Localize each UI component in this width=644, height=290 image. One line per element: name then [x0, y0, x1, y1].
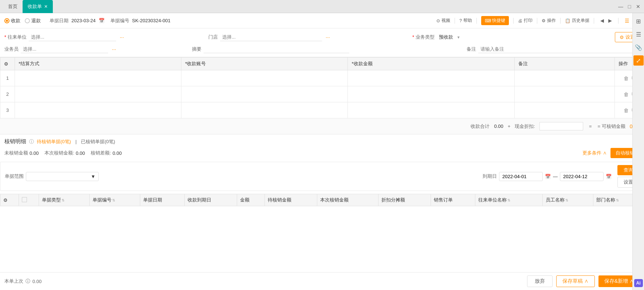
current-stat: 本次核销金额: 0.00 [44, 150, 85, 156]
discount-input[interactable] [539, 122, 583, 130]
th-settings[interactable]: ⚙ [0, 58, 15, 70]
page-info-value: 0.00 [32, 279, 42, 284]
store-input[interactable] [220, 33, 322, 41]
dept-sort-icon[interactable]: ⇅ [616, 198, 619, 202]
row-num-2: 2 [0, 86, 15, 102]
cal-to-icon[interactable]: 📅 [606, 174, 612, 179]
row-3-amount[interactable] [348, 102, 514, 118]
store-field: 门店 ··· [208, 33, 398, 41]
row-3-delete-icon[interactable]: 🗑 [624, 107, 629, 113]
divider-2 [476, 18, 477, 24]
tab-receipt[interactable]: 收款单 ✕ [23, 0, 53, 13]
next-button[interactable]: ▶ [606, 17, 614, 24]
minimize-button[interactable]: — [618, 4, 624, 9]
row-1-account[interactable] [181, 70, 348, 86]
settings-gear-icon: ⚙ [620, 35, 624, 40]
page-info-icon[interactable]: ⓘ [25, 278, 30, 285]
row-2-account[interactable] [181, 86, 348, 102]
date-range: 📅 — 📅 [499, 172, 612, 181]
prev-button[interactable]: ◀ [598, 17, 606, 24]
help-label: 帮助 [463, 17, 472, 24]
calendar-icon[interactable]: 📅 [99, 18, 105, 23]
summary-row: 收款合计 0.00 + 现金折扣: = = 可核销金额 0.00 [0, 118, 644, 134]
row-3-payment[interactable] [15, 102, 181, 118]
list-view-button[interactable]: ☰ [623, 17, 631, 25]
radio-group: 收款 退款 [4, 17, 41, 24]
range-field: 单据范围 ▼ [5, 172, 477, 181]
history-label: 历史单据 [572, 17, 589, 24]
more-conditions[interactable]: 更多条件 ∧ [582, 150, 607, 156]
help-action[interactable]: ? 帮助 [459, 17, 472, 24]
doc-type-sort-icon[interactable]: ⇅ [62, 198, 64, 202]
print-action[interactable]: 🖨 打印 [518, 17, 533, 24]
sidebar-table-icon[interactable]: ⊞ [633, 16, 644, 26]
summary-input[interactable] [204, 45, 349, 53]
pending-tab[interactable]: 待核销单据(0笔) [37, 138, 71, 145]
current-label: 本次核销金额: [44, 150, 74, 156]
summary-label: 摘要 [192, 46, 201, 52]
table-row: 2 🗑 ⧉ [0, 86, 644, 102]
select-all-checkbox[interactable] [22, 197, 27, 202]
cal-from-icon[interactable]: 📅 [545, 174, 551, 179]
summary-field: 摘要 [192, 45, 452, 53]
date-to-input[interactable] [560, 172, 604, 181]
row-1-payment[interactable] [15, 70, 181, 86]
doc-no-sort-icon[interactable]: ⇅ [112, 198, 115, 202]
sidebar-expand-icon[interactable]: ⤢ [633, 55, 644, 66]
notes-input[interactable] [478, 45, 640, 53]
divider-1 [455, 18, 455, 24]
row-1-amount[interactable] [348, 70, 514, 86]
counter-party-label: * 往来单位 [4, 34, 27, 40]
close-button[interactable]: ✕ [635, 4, 641, 9]
maximize-button[interactable]: □ [627, 4, 632, 9]
staff-sort-icon[interactable]: ⇅ [565, 198, 568, 202]
date-from-input[interactable] [499, 172, 543, 181]
diff-value: 0.00 [113, 150, 122, 156]
staff-more-icon[interactable]: ··· [110, 46, 118, 52]
row-2-amount[interactable] [348, 86, 514, 102]
radio-receipt[interactable]: 收款 [4, 17, 20, 24]
video-action[interactable]: ⊙ 视频 [436, 17, 450, 24]
save-draft-button[interactable]: 保存草稿 ∧ [556, 275, 595, 287]
history-action[interactable]: 📋 历史单据 [565, 17, 589, 24]
sidebar-clip-icon[interactable]: 📎 [633, 42, 644, 52]
row-2-delete-icon[interactable]: 🗑 [624, 91, 629, 97]
sidebar-list-icon[interactable]: ☰ [633, 29, 644, 39]
uncancelled-value: 0.00 [30, 150, 39, 156]
verify-section: 核销明细 ⓘ 待核销单据(0笔) | 已核销单据(0笔) 未核销金额 0.00 … [0, 134, 644, 162]
business-type-label: * 业务类型 [412, 34, 435, 40]
counter-party-more-icon[interactable]: ··· [118, 34, 126, 40]
staff-input[interactable] [21, 45, 108, 53]
counter-party-sort-icon[interactable]: ⇅ [507, 198, 510, 202]
row-1-delete-icon[interactable]: 🗑 [624, 75, 629, 81]
total-label: 收款合计 [471, 123, 490, 130]
plus-sign: + [508, 124, 511, 129]
diff-label: 核销差额: [91, 150, 111, 156]
shortcut-button[interactable]: ⌨ 快捷键 [481, 16, 509, 25]
th-amount: *收款金额 [348, 58, 514, 70]
counter-party-input[interactable] [29, 33, 116, 41]
verify-info-icon[interactable]: ⓘ [29, 138, 34, 145]
divider-6 [594, 18, 594, 24]
row-1-notes[interactable] [514, 70, 614, 86]
business-type-arrow[interactable]: ▼ [457, 35, 460, 39]
row-2-notes[interactable] [514, 86, 614, 102]
range-select[interactable]: ▼ [26, 172, 99, 181]
ai-badge[interactable]: Ai [634, 279, 643, 287]
radio-refund[interactable]: 退款 [25, 17, 41, 24]
tab-receipt-label: 收款单 [28, 3, 42, 10]
row-3-account[interactable] [181, 102, 348, 118]
table-header-row: ⚙ *结算方式 *收款账号 *收款金额 备注 操作 [0, 58, 644, 70]
abandon-button[interactable]: 放弃 [527, 275, 553, 287]
row-3-notes[interactable] [514, 102, 614, 118]
bth-settings[interactable]: ⚙ [0, 194, 19, 206]
done-tab[interactable]: 已核销单据(0笔) [81, 138, 115, 145]
row-2-payment[interactable] [15, 86, 181, 102]
doc-date-label: 单据日期 [50, 17, 68, 24]
store-more-icon[interactable]: ··· [324, 34, 331, 40]
store-label: 门店 [208, 34, 218, 40]
tab-close-icon[interactable]: ✕ [44, 4, 48, 9]
ops-action[interactable]: ⚙ 操作 [542, 17, 556, 24]
bth-doc-date: 单据日期 [140, 194, 185, 206]
tab-home[interactable]: 首页 [3, 0, 23, 13]
